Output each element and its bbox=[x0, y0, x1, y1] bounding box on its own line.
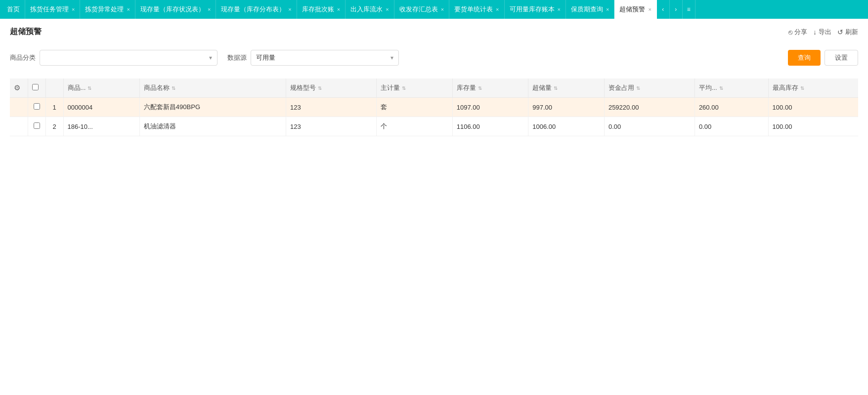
th-unit-label: 主计量 bbox=[381, 83, 400, 92]
table-header: ⚙ 商品... ⇅ 商品名称 ⇅ bbox=[10, 79, 858, 98]
nav-tab-6-label: 出入库流水 bbox=[350, 5, 383, 14]
export-label: 导出 bbox=[819, 28, 831, 37]
select-all-checkbox[interactable] bbox=[32, 84, 39, 90]
th-product-name[interactable]: 商品名称 ⇅ bbox=[139, 79, 286, 98]
datasource-filter-label: 数据源 bbox=[227, 53, 247, 62]
row-avg: 260.00 bbox=[694, 98, 768, 117]
nav-tab-active[interactable]: 超储预警 × bbox=[614, 0, 656, 19]
th-spec-sort: ⇅ bbox=[318, 85, 322, 91]
th-overstock[interactable]: 超储量 ⇅ bbox=[528, 79, 605, 98]
datasource-dropdown-icon: ▾ bbox=[391, 54, 393, 61]
row-checkbox[interactable] bbox=[34, 103, 40, 110]
row-checkbox-cell bbox=[28, 98, 45, 117]
th-capital-label: 资金占用 bbox=[608, 83, 634, 92]
nav-tab-10-close[interactable]: × bbox=[606, 6, 609, 12]
category-select[interactable]: ▾ bbox=[40, 50, 217, 66]
data-table: ⚙ 商品... ⇅ 商品名称 ⇅ bbox=[10, 79, 858, 136]
row-product-name: 机油滤清器 bbox=[139, 117, 286, 136]
row-settings-cell bbox=[10, 98, 28, 117]
row-index: 2 bbox=[45, 117, 63, 136]
th-spec[interactable]: 规格型号 ⇅ bbox=[286, 79, 377, 98]
row-product-code: 0000004 bbox=[63, 98, 139, 117]
export-icon: ↓ bbox=[813, 28, 817, 36]
nav-tab-6-close[interactable]: × bbox=[386, 6, 389, 12]
refresh-label: 刷新 bbox=[845, 28, 858, 37]
export-button[interactable]: ↓ 导出 bbox=[813, 28, 831, 37]
category-filter-label: 商品分类 bbox=[10, 53, 36, 62]
nav-tab-3-close[interactable]: × bbox=[208, 6, 211, 12]
th-settings: ⚙ bbox=[10, 79, 28, 98]
row-settings-cell bbox=[10, 117, 28, 136]
nav-tab-8-label: 要货单统计表 bbox=[454, 5, 493, 14]
nav-tab-1-close[interactable]: × bbox=[72, 6, 75, 12]
table-row: 1 0000004 六配套新昌490BPG 123 套 1097.00 997.… bbox=[10, 98, 858, 117]
page-header: 超储预警 ⎋ 分享 ↓ 导出 ↺ 刷新 bbox=[10, 27, 858, 37]
row-max-stock: 100.00 bbox=[768, 117, 858, 136]
row-spec: 123 bbox=[286, 117, 377, 136]
nav-more-button[interactable]: ≡ bbox=[683, 0, 695, 19]
share-button[interactable]: ⎋ 分享 bbox=[788, 28, 807, 37]
refresh-button[interactable]: ↺ 刷新 bbox=[837, 28, 858, 37]
nav-tab-8[interactable]: 要货单统计表 × bbox=[449, 0, 504, 19]
filter-area: 商品分类 ▾ 数据源 可用量 ▾ 查询 设置 bbox=[10, 45, 858, 71]
nav-prev-button[interactable]: ‹ bbox=[657, 0, 670, 19]
nav-tab-5[interactable]: 库存批次账 × bbox=[297, 0, 346, 19]
th-stock-sort: ⇅ bbox=[478, 85, 482, 91]
nav-tab-2[interactable]: 拣货异常处理 × bbox=[80, 0, 135, 19]
table-body: 1 0000004 六配套新昌490BPG 123 套 1097.00 997.… bbox=[10, 98, 858, 136]
th-product-name-label: 商品名称 bbox=[144, 83, 170, 92]
nav-tab-4-label: 现存量（库存分布表） bbox=[221, 5, 285, 14]
row-avg: 0.00 bbox=[694, 117, 768, 136]
nav-tab-9-close[interactable]: × bbox=[558, 6, 561, 12]
nav-tab-9[interactable]: 可用量库存账本 × bbox=[505, 0, 566, 19]
nav-tab-home[interactable]: 首页 bbox=[2, 0, 25, 19]
row-checkbox-cell bbox=[28, 117, 45, 136]
nav-tab-active-close[interactable]: × bbox=[648, 6, 651, 12]
nav-tab-home-label: 首页 bbox=[7, 5, 20, 14]
row-checkbox[interactable] bbox=[34, 122, 40, 129]
filter-buttons: 查询 设置 bbox=[788, 50, 858, 66]
share-icon: ⎋ bbox=[788, 28, 792, 36]
th-capital-sort: ⇅ bbox=[636, 85, 640, 91]
nav-tab-5-close[interactable]: × bbox=[337, 6, 340, 12]
th-product-code-sort: ⇅ bbox=[87, 85, 91, 91]
th-spec-label: 规格型号 bbox=[290, 83, 316, 92]
nav-tab-2-close[interactable]: × bbox=[127, 6, 130, 12]
th-overstock-label: 超储量 bbox=[532, 83, 552, 92]
th-capital[interactable]: 资金占用 ⇅ bbox=[604, 79, 694, 98]
nav-tab-3[interactable]: 现存量（库存状况表） × bbox=[135, 0, 216, 19]
th-max-stock-label: 最高库存 bbox=[773, 83, 798, 92]
th-unit[interactable]: 主计量 ⇅ bbox=[377, 79, 453, 98]
th-unit-sort: ⇅ bbox=[402, 85, 406, 91]
setting-button[interactable]: 设置 bbox=[825, 50, 858, 66]
nav-tab-1[interactable]: 拣货任务管理 × bbox=[25, 0, 80, 19]
row-stock: 1106.00 bbox=[452, 117, 528, 136]
datasource-select[interactable]: 可用量 ▾ bbox=[251, 50, 399, 66]
row-product-name: 六配套新昌490BPG bbox=[139, 98, 286, 117]
th-stock-label: 库存量 bbox=[457, 83, 476, 92]
nav-tab-10-label: 保质期查询 bbox=[571, 5, 603, 14]
nav-tab-7-label: 收发存汇总表 bbox=[399, 5, 438, 14]
nav-tab-7[interactable]: 收发存汇总表 × bbox=[394, 0, 449, 19]
table-row: 2 186-10... 机油滤清器 123 个 1106.00 1006.00 … bbox=[10, 117, 858, 136]
query-button[interactable]: 查询 bbox=[788, 50, 821, 66]
nav-tab-8-close[interactable]: × bbox=[496, 6, 499, 12]
nav-tab-4-close[interactable]: × bbox=[288, 6, 291, 12]
th-avg[interactable]: 平均... ⇅ bbox=[694, 79, 768, 98]
th-stock[interactable]: 库存量 ⇅ bbox=[452, 79, 528, 98]
main-content: 超储预警 ⎋ 分享 ↓ 导出 ↺ 刷新 商品分类 ▾ 数据源 bbox=[0, 19, 868, 395]
th-product-code[interactable]: 商品... ⇅ bbox=[63, 79, 139, 98]
nav-tab-6[interactable]: 出入库流水 × bbox=[346, 0, 394, 19]
row-unit: 个 bbox=[377, 117, 453, 136]
top-nav: 首页 拣货任务管理 × 拣货异常处理 × 现存量（库存状况表） × 现存量（库存… bbox=[0, 0, 868, 19]
nav-next-button[interactable]: › bbox=[670, 0, 683, 19]
th-product-name-sort: ⇅ bbox=[172, 85, 175, 91]
nav-tab-10[interactable]: 保质期查询 × bbox=[566, 0, 614, 19]
category-filter: 商品分类 ▾ bbox=[10, 50, 217, 66]
header-actions: ⎋ 分享 ↓ 导出 ↺ 刷新 bbox=[788, 28, 858, 37]
th-checkbox bbox=[28, 79, 45, 98]
nav-tab-7-close[interactable]: × bbox=[441, 6, 444, 12]
settings-gear-icon[interactable]: ⚙ bbox=[14, 83, 20, 92]
nav-tab-4[interactable]: 现存量（库存分布表） × bbox=[216, 0, 297, 19]
th-max-stock[interactable]: 最高库存 ⇅ bbox=[768, 79, 858, 98]
